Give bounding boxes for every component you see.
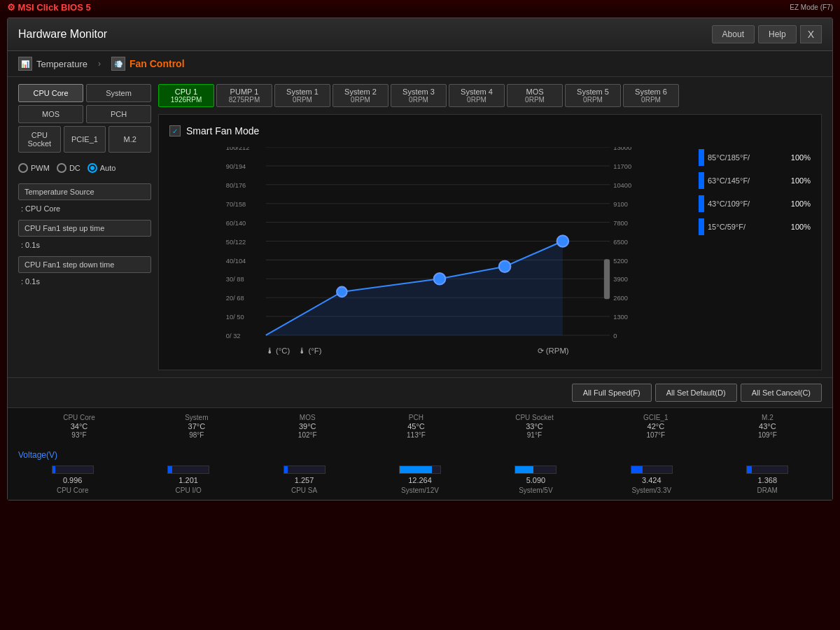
ez-mode-label: EZ Mode (F7) [790,4,833,11]
temp-point-bar-2 [699,172,704,189]
voltage-value-cpu-io: 1.201 [178,476,198,484]
voltage-name-system33v: System/3.3V [631,486,671,494]
voltage-value-cpu-sa: 1.257 [295,476,314,484]
fan-btn-system1[interactable]: System 1 0RPM [274,84,330,107]
voltage-section: Voltage(V) 0.996 CPU Core 1.201 CPU I/O [8,444,832,500]
radio-dc-circle [57,163,66,173]
sensor-pcie1-celsius: 42°C [648,422,665,430]
about-button[interactable]: About [712,25,755,43]
radio-dc[interactable]: DC [57,163,80,173]
sensor-m2-name: M.2 [762,414,774,421]
temp-btn-m2[interactable]: M.2 [108,126,151,153]
chart-main: 100/212 90/194 80/176 70/158 60/140 50/1… [169,147,688,359]
fan-curve-point-2[interactable] [434,273,446,285]
svg-text:⟳ (RPM): ⟳ (RPM) [538,346,569,355]
fan-btn-mos[interactable]: MOS 0RPM [507,84,563,107]
fan-step-down-button[interactable]: CPU Fan1 step down time [18,256,151,273]
temp-btn-mos[interactable]: MOS [18,105,83,123]
temperature-nav-label: Temperature [36,59,88,69]
fan-btn-system2[interactable]: System 2 0RPM [332,84,388,107]
sensor-pcie1-name: GCIE_1 [643,414,668,421]
radio-auto-label: Auto [100,164,116,172]
fan-curve-chart[interactable]: 100/212 90/194 80/176 70/158 60/140 50/1… [169,147,688,357]
fan-control-nav[interactable]: 💨 Fan Control [111,57,185,71]
voltage-bar-system33v [631,465,673,474]
fan-btn-system4[interactable]: System 4 0RPM [449,84,505,107]
chart-right-panel: 85°C/185°F/ 100% 63°C/145°F/ 100% 43°C/1… [699,147,811,359]
sensor-pch-name: PCH [409,414,424,421]
fan-step-up-button[interactable]: CPU Fan1 step up time [18,220,151,237]
sensor-mos-name: MOS [300,414,316,421]
temp-point-row-1: 85°C/185°F/ 100% [699,147,811,168]
voltage-fill-dram [747,466,751,473]
temperature-nav-icon: 📊 [18,57,32,71]
fan-step-down-value: : 0.1s [18,276,151,287]
fan-btn-system6[interactable]: System 6 0RPM [623,84,679,107]
temp-point-label-4: 15°C/59°F/ [708,223,788,231]
main-content: CPU Core System MOS PCH CPU Socket PCIE_… [8,77,832,377]
radio-auto[interactable]: Auto [88,163,116,173]
temp-btn-system[interactable]: System [86,84,151,102]
sensor-m2: M.2 43°C 109°F [758,414,777,439]
voltage-fill-cpu-sa [284,466,288,473]
temp-point-bar-3 [699,195,704,212]
svg-text:🌡 (°C): 🌡 (°C) [266,346,290,355]
svg-text:10400: 10400 [613,182,631,189]
fan-mode-section: PWM DC Auto Temperature Source : CPU Cor… [18,163,151,287]
chart-container: 100/212 90/194 80/176 70/158 60/140 50/1… [169,147,811,359]
svg-text:0/ 32: 0/ 32 [226,332,241,340]
help-button[interactable]: Help [758,25,797,43]
fan-curve-point-3[interactable] [499,260,511,272]
close-button[interactable]: X [800,25,822,43]
temp-btn-cpu-core[interactable]: CPU Core [18,84,83,102]
fan-curve-point-1[interactable] [337,287,346,297]
window-title: Hardware Monitor [18,28,107,41]
all-set-default-button[interactable]: All Set Default(D) [655,384,737,402]
fan-btn-system5[interactable]: System 5 0RPM [565,84,621,107]
sensor-cpu-core-name: CPU Core [63,414,95,421]
voltage-bar-cpu-core [52,465,94,474]
smart-fan-checkbox[interactable]: ✓ [169,125,181,136]
chart-scrollbar[interactable] [604,259,610,299]
svg-text:20/ 68: 20/ 68 [226,295,244,302]
fan-curve-point-4[interactable] [557,235,569,247]
temp-point-row-2: 63°C/145°F/ 100% [699,170,811,191]
fan-btn-system3[interactable]: System 3 0RPM [391,84,447,107]
sensor-mos-celsius: 39°C [299,422,316,430]
temperature-nav[interactable]: 📊 Temperature [18,57,88,71]
svg-text:2600: 2600 [613,295,628,302]
temp-btn-pch[interactable]: PCH [86,105,151,123]
voltage-fill-cpu-io [168,466,172,473]
voltage-label[interactable]: Voltage(V) [18,450,822,460]
all-full-speed-button[interactable]: All Full Speed(F) [572,384,652,402]
nav-arrow: › [98,59,101,69]
temp-source-value: : CPU Core [18,203,151,214]
sensor-cpu-socket-fahrenheit: 91°F [527,431,542,439]
sensor-pcie1-fahrenheit: 107°F [646,431,665,439]
sensor-pch-celsius: 45°C [407,422,425,430]
fan-btn-pump1[interactable]: PUMP 1 8275RPM [216,84,272,107]
temp-point-bar-1 [699,149,704,166]
svg-text:10/ 50: 10/ 50 [226,314,244,321]
svg-text:50/122: 50/122 [226,239,246,246]
smart-fan-header: ✓ Smart Fan Mode [169,125,811,136]
temp-btn-cpu-socket[interactable]: CPU Socket [18,126,61,153]
svg-text:7800: 7800 [613,220,628,227]
temp-point-label-2: 63°C/145°F/ [708,176,788,185]
voltage-fill-system33v [631,466,643,473]
fan-btn-cpu1[interactable]: CPU 1 1926RPM [158,84,214,107]
svg-text:13000: 13000 [613,147,631,151]
temp-source-button[interactable]: Temperature Source [18,183,151,200]
radio-pwm-circle [18,163,28,173]
svg-text:5200: 5200 [613,258,628,265]
temp-btn-pcie1[interactable]: PCIE_1 [64,126,106,153]
radio-pwm[interactable]: PWM [18,163,50,173]
svg-text:1300: 1300 [613,314,628,321]
hardware-monitor-window: Hardware Monitor About Help X 📊 Temperat… [7,18,833,500]
temp-point-pct-3: 100% [791,200,811,208]
right-panel: CPU 1 1926RPM PUMP 1 8275RPM System 1 0R… [158,84,822,370]
svg-text:9100: 9100 [613,201,628,208]
voltage-item-system5v: 5.090 System/5V [514,465,556,494]
voltage-bar-cpu-sa [284,465,326,474]
all-set-cancel-button[interactable]: All Set Cancel(C) [741,384,822,402]
